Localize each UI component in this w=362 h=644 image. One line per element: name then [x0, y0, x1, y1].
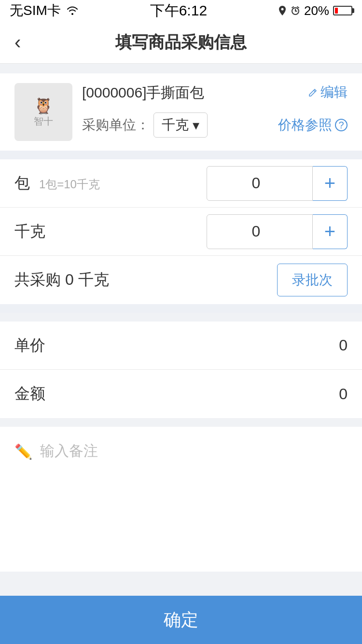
- product-image: 🦉 智十: [14, 83, 72, 141]
- pencil-icon: ✏️: [14, 443, 32, 460]
- bag-label: 包 1包=10千克: [14, 173, 207, 194]
- bag-sub-label: 1包=10千克: [39, 178, 100, 191]
- status-bar: 无SIM卡 下午6:12 20%: [0, 0, 362, 21]
- help-icon: ?: [335, 119, 348, 131]
- product-name: [0000006]手撕面包: [82, 83, 204, 103]
- kg-input-row: 千克 +: [0, 208, 362, 256]
- amount-label: 金额: [14, 383, 45, 405]
- summary-text: 共采购 0 千克: [14, 269, 109, 291]
- kg-input[interactable]: [207, 214, 313, 249]
- divider-1: [0, 151, 362, 159]
- input-section: 包 1包=10千克 + 千克 +: [0, 159, 362, 256]
- kg-label: 千克: [14, 221, 207, 242]
- product-info: [0000006]手撕面包 编辑 采购单位： 千克 ▾ 价格参照 ?: [82, 83, 348, 138]
- amount-row: 金额 0: [0, 370, 362, 418]
- product-section: 🦉 智十 [0000006]手撕面包 编辑 采购单位： 千克 ▾: [0, 73, 362, 151]
- kg-input-wrapper: +: [207, 214, 348, 249]
- status-right: 20%: [278, 3, 352, 18]
- nav-bar: ‹ 填写商品采购信息: [0, 21, 362, 64]
- record-batch-button[interactable]: 录批次: [277, 264, 348, 296]
- kg-plus-button[interactable]: +: [313, 214, 348, 249]
- svg-line-5: [297, 7, 299, 8]
- battery-icon: [333, 6, 352, 15]
- status-time: 下午6:12: [150, 1, 207, 21]
- edit-icon: [308, 87, 319, 98]
- confirm-button[interactable]: 确定: [0, 596, 362, 644]
- battery-percent: 20%: [304, 3, 329, 18]
- summary-row: 共采购 0 千克 录批次: [0, 256, 362, 304]
- divider-2: [0, 304, 362, 313]
- note-placeholder: 输入备注: [40, 441, 98, 461]
- unit-label: 采购单位：: [82, 116, 150, 134]
- bag-input[interactable]: [207, 166, 313, 201]
- price-section: 单价 0 金额 0: [0, 322, 362, 418]
- unit-price-row: 单价 0: [0, 322, 362, 370]
- carrier-label: 无SIM卡: [10, 1, 61, 20]
- page-title: 填写商品采购信息: [115, 31, 247, 54]
- brand-label: 智十: [34, 115, 53, 128]
- svg-point-0: [281, 8, 283, 11]
- amount-value: 0: [339, 385, 348, 403]
- unit-price-value: 0: [339, 336, 348, 354]
- bag-input-row: 包 1包=10千克 +: [0, 159, 362, 208]
- status-left: 无SIM卡: [10, 1, 79, 20]
- product-edit-button[interactable]: 编辑: [308, 83, 348, 101]
- unit-select[interactable]: 千克 ▾: [153, 112, 208, 138]
- wifi-icon: [66, 6, 79, 15]
- location-icon: [278, 5, 287, 16]
- back-button[interactable]: ‹: [14, 31, 21, 53]
- bag-plus-button[interactable]: +: [313, 166, 348, 201]
- bag-input-wrapper: +: [207, 166, 348, 201]
- note-section[interactable]: ✏️ 输入备注: [0, 427, 362, 572]
- alarm-icon: [291, 5, 300, 16]
- unit-price-label: 单价: [14, 335, 45, 356]
- price-ref-button[interactable]: 价格参照 ?: [278, 116, 348, 134]
- svg-line-4: [292, 7, 293, 8]
